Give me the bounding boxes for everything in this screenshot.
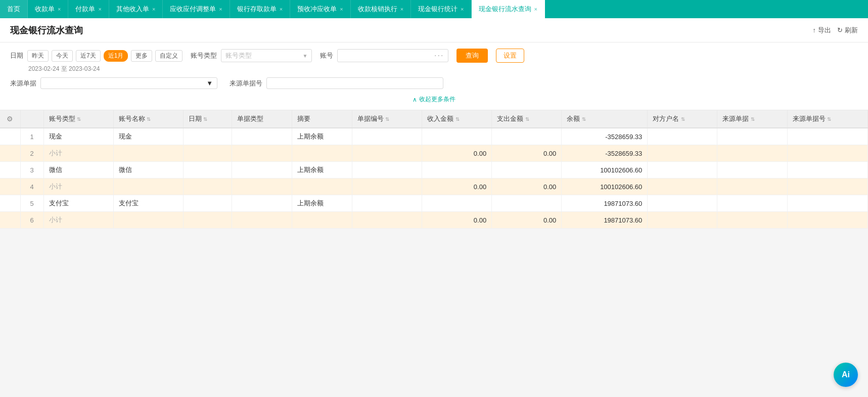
cell-gear	[0, 162, 20, 179]
settings-button[interactable]: 设置	[496, 49, 524, 63]
cell-date	[183, 162, 232, 179]
sort-counterpart-icon: ⇅	[681, 116, 685, 122]
nav-payments[interactable]: 付款单 ×	[68, 0, 109, 18]
filter-row-2: 来源单据 ▼ 来源单据号	[10, 77, 858, 89]
cell-seq: 2	[20, 145, 43, 162]
col-source-doc-no[interactable]: 来源单据号 ⇅	[787, 110, 867, 128]
account-filter-group: 账号 ···	[320, 49, 448, 62]
date-btn-7days[interactable]: 近7天	[76, 50, 101, 62]
close-ar-ap-adjust-icon[interactable]: ×	[219, 6, 222, 12]
nav-other-income[interactable]: 其他收入单 ×	[109, 0, 163, 18]
account-type-label: 账号类型	[191, 51, 217, 60]
cell-doc-type	[232, 162, 292, 179]
account-type-filter-group: 账号类型 账号类型 ▼	[191, 49, 312, 62]
close-other-income-icon[interactable]: ×	[152, 6, 155, 12]
nav-advance-receipt[interactable]: 预收冲应收单 ×	[290, 0, 350, 18]
cell-source-doc-no	[787, 162, 867, 179]
account-input-wrap: ···	[337, 49, 448, 62]
date-btn-1month[interactable]: 近1月	[104, 50, 128, 62]
sort-account-type-icon: ⇅	[77, 116, 81, 122]
nav-receipt-verify[interactable]: 收款核销执行 ×	[351, 0, 411, 18]
col-date[interactable]: 日期 ⇅	[183, 110, 232, 128]
source-doc-num-input[interactable]	[266, 77, 443, 89]
sort-date-icon: ⇅	[203, 116, 207, 122]
col-account-name[interactable]: 账号名称 ⇅	[113, 110, 183, 128]
col-summary: 摘要	[292, 110, 352, 128]
cell-doc-no	[352, 128, 422, 145]
query-button[interactable]: 查询	[456, 49, 488, 63]
cell-account-name: 微信	[113, 162, 183, 179]
nav-home[interactable]: 首页	[0, 0, 28, 18]
cell-seq: 4	[20, 179, 43, 195]
cell-income: 0.00	[422, 212, 492, 229]
nav-receipts[interactable]: 收款单 ×	[28, 0, 68, 18]
table-row[interactable]: 2小计0.000.00-3528659.33	[0, 145, 868, 162]
account-type-select[interactable]: 账号类型 ▼	[221, 49, 312, 62]
source-doc-select[interactable]: ▼	[40, 77, 217, 89]
date-btn-today[interactable]: 今天	[52, 50, 73, 62]
cell-summary	[292, 179, 352, 195]
close-receipt-verify-icon[interactable]: ×	[400, 6, 403, 12]
close-bank-deposit-icon[interactable]: ×	[280, 6, 283, 12]
close-bank-flow-icon[interactable]: ×	[534, 6, 537, 12]
cell-gear	[0, 145, 20, 162]
collapse-bar[interactable]: ∧ 收起更多条件	[10, 93, 858, 106]
cell-gear	[0, 128, 20, 145]
page-header: 现金银行流水查询 ↑ 导出 ↻ 刷新	[0, 18, 868, 42]
close-advance-receipt-icon[interactable]: ×	[340, 6, 343, 12]
cell-source-doc-no	[787, 179, 867, 195]
col-expense[interactable]: 支出金额 ⇅	[492, 110, 562, 128]
nav-bank-flow[interactable]: 现金银行流水查询 ×	[472, 0, 545, 18]
cell-account-type: 微信	[43, 162, 113, 179]
cell-doc-no	[352, 212, 422, 229]
date-btn-more[interactable]: 更多	[131, 50, 152, 62]
col-gear[interactable]: ⚙	[0, 110, 20, 128]
cell-doc-type	[232, 179, 292, 195]
cell-balance: 19871073.60	[562, 212, 648, 229]
date-btn-yesterday[interactable]: 昨天	[27, 50, 49, 62]
filter-area: 日期 昨天 今天 近7天 近1月 更多 自定义 账号类型 账号类型 ▼ 账号 ·…	[0, 42, 868, 110]
cell-summary	[292, 212, 352, 229]
table-row[interactable]: 3微信微信上期余额100102606.60	[0, 162, 868, 179]
close-receipts-icon[interactable]: ×	[58, 6, 61, 12]
account-label: 账号	[320, 51, 333, 60]
cell-doc-no	[352, 195, 422, 212]
col-doc-no[interactable]: 单据编号 ⇅	[352, 110, 422, 128]
col-doc-type: 单据类型	[232, 110, 292, 128]
cell-source-doc-no	[787, 145, 867, 162]
header-actions: ↑ 导出 ↻ 刷新	[813, 26, 858, 35]
col-income[interactable]: 收入金额 ⇅	[422, 110, 492, 128]
col-account-type[interactable]: 账号类型 ⇅	[43, 110, 113, 128]
cell-counterpart	[648, 195, 717, 212]
cell-doc-type	[232, 195, 292, 212]
cell-source-doc	[717, 195, 787, 212]
cell-balance: -3528659.33	[562, 128, 648, 145]
cell-summary: 上期余额	[292, 128, 352, 145]
gear-icon[interactable]: ⚙	[7, 115, 13, 123]
more-icon[interactable]: ···	[434, 51, 444, 60]
cell-doc-no	[352, 179, 422, 195]
cell-summary	[292, 145, 352, 162]
cell-date	[183, 128, 232, 145]
col-counterpart[interactable]: 对方户名 ⇅	[648, 110, 717, 128]
nav-bank-stats[interactable]: 现金银行统计 ×	[411, 0, 471, 18]
export-button[interactable]: ↑ 导出	[813, 26, 832, 35]
col-balance[interactable]: 余额 ⇅	[562, 110, 648, 128]
sort-income-icon: ⇅	[455, 116, 460, 122]
refresh-button[interactable]: ↻ 刷新	[837, 26, 858, 35]
nav-ar-ap-adjust[interactable]: 应收应付调整单 ×	[163, 0, 230, 18]
table-row[interactable]: 1现金现金上期余额-3528659.33	[0, 128, 868, 145]
cell-expense: 0.00	[492, 145, 562, 162]
table-row[interactable]: 6小计0.000.0019871073.60	[0, 212, 868, 229]
cell-account-type: 小计	[43, 145, 113, 162]
nav-bank-deposit[interactable]: 银行存取款单 ×	[230, 0, 290, 18]
close-payments-icon[interactable]: ×	[98, 6, 101, 12]
close-bank-stats-icon[interactable]: ×	[461, 6, 464, 12]
table-row[interactable]: 4小计0.000.00100102606.60	[0, 179, 868, 195]
date-btn-custom[interactable]: 自定义	[155, 50, 182, 62]
col-source-doc[interactable]: 来源单据 ⇅	[717, 110, 787, 128]
account-input[interactable]	[342, 52, 434, 60]
cell-counterpart	[648, 162, 717, 179]
cell-seq: 6	[20, 212, 43, 229]
table-row[interactable]: 5支付宝支付宝上期余额19871073.60	[0, 195, 868, 212]
